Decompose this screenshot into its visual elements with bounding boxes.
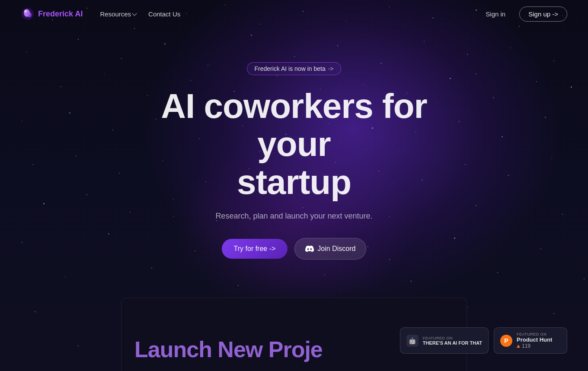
nav-left: Frederick AI Resources Contact Us <box>21 7 180 21</box>
resources-chevron-icon <box>132 11 137 16</box>
discord-icon <box>305 244 314 253</box>
signin-button[interactable]: Sign in <box>479 7 512 21</box>
hero-subtitle: Research, plan and launch your next vent… <box>215 212 372 221</box>
ph-featured-label: FEATURED ON <box>517 332 552 336</box>
ai-badge-title: THERE'S AN AI FOR THAT <box>423 340 482 346</box>
launch-text: Launch New Proje <box>134 336 323 362</box>
nav-right: Sign in Sign up -> <box>479 6 567 22</box>
ph-count: 119 <box>517 343 552 349</box>
ai-for-that-badge[interactable]: 🤖 FEATURED ON THERE'S AN AI FOR THAT <box>400 327 489 354</box>
logo-text: Frederick AI <box>38 10 83 19</box>
beta-arrow: -> <box>328 65 334 72</box>
product-hunt-icon: P <box>500 335 512 347</box>
ph-badge-content: FEATURED ON Product Hunt 119 <box>517 332 552 349</box>
try-free-button[interactable]: Try for free -> <box>222 239 288 259</box>
hero-title: AI coworkers for your startup <box>121 87 467 201</box>
product-hunt-badge[interactable]: P FEATURED ON Product Hunt 119 <box>494 327 567 354</box>
resources-link[interactable]: Resources <box>100 10 136 18</box>
svg-point-2 <box>27 12 32 17</box>
discord-button[interactable]: Join Discord <box>294 238 366 260</box>
logo-icon <box>21 7 35 21</box>
svg-point-3 <box>24 10 27 13</box>
ai-badge-icon: 🤖 <box>406 335 419 347</box>
hero-section: Frederick AI is now in beta -> AI cowork… <box>0 28 588 260</box>
ph-title: Product Hunt <box>517 336 552 343</box>
bottom-badges: 🤖 FEATURED ON THERE'S AN AI FOR THAT P F… <box>400 327 567 354</box>
signup-button[interactable]: Sign up -> <box>519 6 567 22</box>
beta-badge[interactable]: Frederick AI is now in beta -> <box>247 62 341 75</box>
logo[interactable]: Frederick AI <box>21 7 83 21</box>
ai-featured-label: FEATURED ON <box>423 336 482 340</box>
navbar: Frederick AI Resources Contact Us Sign i… <box>0 0 588 28</box>
nav-links: Resources Contact Us <box>100 10 180 18</box>
contact-link[interactable]: Contact Us <box>148 10 180 18</box>
upvote-icon <box>517 345 520 348</box>
hero-buttons: Try for free -> Join Discord <box>222 238 367 260</box>
ai-badge-content: FEATURED ON THERE'S AN AI FOR THAT <box>423 336 482 346</box>
